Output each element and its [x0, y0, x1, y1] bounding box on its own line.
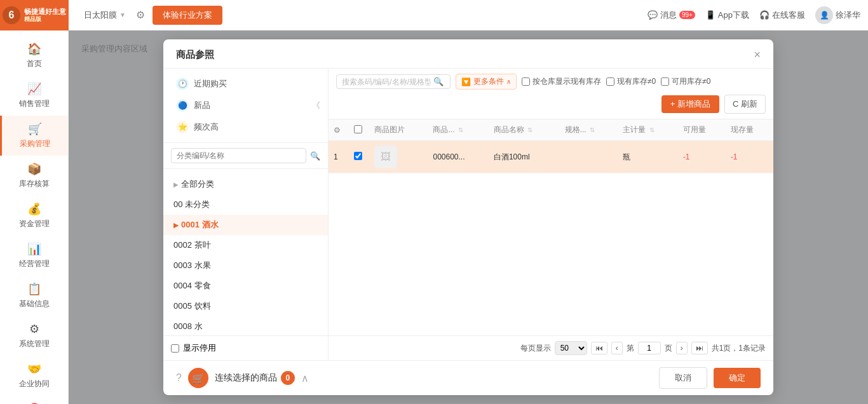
category-item-c0008[interactable]: 0008 水: [163, 316, 328, 335]
messages-btn[interactable]: 💬 消息 99+: [648, 10, 695, 21]
category-item-c0005[interactable]: 0005 饮料: [163, 296, 328, 316]
sidebar-label-basic: 基础信息: [19, 299, 50, 309]
sidebar-label-home: 首页: [27, 58, 42, 69]
product-image: 🖼: [374, 145, 397, 168]
logo[interactable]: 6 畅捷通好生意 精品版: [0, 0, 69, 30]
prev-page-button[interactable]: ‹: [611, 342, 623, 354]
sidebar-item-finance[interactable]: 💰 资金管理: [0, 196, 68, 236]
th-unit[interactable]: 主计量 ⇅: [618, 119, 677, 141]
user-menu[interactable]: 👤 徐泽华: [815, 6, 860, 24]
more-filter-button[interactable]: 🔽 更多条件 ∧: [456, 74, 517, 90]
category-label-c0004: 0004 零食: [173, 280, 211, 292]
th-available: 可用量: [678, 119, 726, 141]
td-spec: [560, 141, 618, 173]
sidebar-item-collab[interactable]: 🤝 企业协同: [0, 356, 68, 396]
th-checkbox: [349, 119, 369, 141]
refresh-button[interactable]: C 刷新: [724, 95, 766, 114]
table-header-row: ⚙ 商品图片 商品... ⇅: [329, 119, 773, 141]
main-layout: 🏠 首页 📈 销售管理 🛒 采购管理 📦 库存核算 💰 资金管理 📊 经营管理 …: [0, 30, 868, 404]
filter-label: 更多条件: [473, 76, 504, 87]
last-page-button[interactable]: ⏭: [691, 342, 708, 354]
right-panel: 🔍 🔽 更多条件 ∧ 按仓库显示现有库存: [329, 69, 773, 360]
toolbar: 🔍 🔽 更多条件 ∧ 按仓库显示现有库存: [329, 69, 773, 119]
existing-stock-option[interactable]: 现有库存≠0: [606, 76, 656, 87]
page-number-input[interactable]: [638, 342, 661, 354]
sidebar-item-business[interactable]: 📊 经营管理: [0, 236, 68, 276]
sidebar-item-basic[interactable]: 📋 基础信息: [0, 276, 68, 316]
product-search-input[interactable]: [342, 77, 431, 86]
sidebar-label-collab: 企业协同: [19, 379, 50, 389]
category-label-c00: 00 未分类: [173, 199, 210, 210]
left-collapse-btn[interactable]: 《: [312, 100, 320, 111]
logo-icon: 6: [3, 6, 20, 24]
category-item-c00[interactable]: 00 未分类: [163, 194, 328, 215]
category-item-all[interactable]: ▶ 全部分类: [163, 174, 328, 194]
category-label-c0002: 0002 茶叶: [173, 239, 211, 251]
row-checkbox[interactable]: [354, 152, 362, 160]
sidebar-item-purchase[interactable]: 🛒 采购管理: [0, 116, 68, 156]
frequent-label: 频次高: [194, 121, 219, 133]
th-name[interactable]: 商品名称 ⇅: [489, 119, 560, 141]
new-products-label: 新品: [194, 100, 210, 111]
home-icon: 🏠: [27, 42, 41, 56]
sidebar-item-guide[interactable]: 🎯 新手引导: [0, 396, 68, 404]
available-stock-checkbox[interactable]: [661, 77, 669, 86]
sort-icon-spec: ⇅: [590, 126, 595, 133]
sidebar-item-system[interactable]: ⚙ 系统管理: [0, 316, 68, 356]
trial-button[interactable]: 体验行业方案: [153, 6, 222, 25]
new-icon: 🔵: [176, 99, 189, 112]
sidebar-item-home[interactable]: 🏠 首页: [0, 36, 68, 76]
sidebar-item-stock[interactable]: 📦 库存核算: [0, 156, 68, 196]
app-download-btn[interactable]: 📱 App下载: [705, 10, 749, 21]
search-icon[interactable]: 🔍: [433, 77, 444, 86]
td-checkbox[interactable]: [349, 141, 369, 173]
nav-tenant-dropdown[interactable]: 日太阳膜 ▼: [79, 7, 131, 24]
help-icon[interactable]: ?: [176, 372, 182, 384]
recent-purchase-btn[interactable]: 🕐 近期购买: [171, 74, 232, 94]
modal-header: 商品参照 ×: [163, 39, 773, 69]
table-row[interactable]: 1 🖼 000600... 白酒100ml: [329, 141, 773, 173]
modal-title: 商品参照: [176, 49, 214, 61]
footer-collapse-icon[interactable]: ∧: [301, 372, 309, 384]
category-search-input[interactable]: [171, 148, 306, 163]
available-stock-option[interactable]: 可用库存≠0: [661, 76, 710, 87]
sidebar-label-business: 经营管理: [19, 259, 50, 269]
sidebar-item-sales[interactable]: 📈 销售管理: [0, 76, 68, 116]
new-products-btn[interactable]: 🔵 新品: [171, 95, 232, 116]
category-item-c0004[interactable]: 0004 零食: [163, 276, 328, 296]
by-warehouse-checkbox[interactable]: [522, 77, 530, 86]
frequent-btn[interactable]: ⭐ 频次高: [171, 117, 232, 137]
by-warehouse-option[interactable]: 按仓库显示现有库存: [522, 76, 601, 87]
first-page-button[interactable]: ⏮: [591, 342, 607, 354]
avatar: 👤: [815, 6, 833, 24]
th-spec[interactable]: 规格... ⇅: [560, 119, 618, 141]
confirm-button[interactable]: 确定: [714, 368, 761, 388]
category-item-c0002[interactable]: 0002 茶叶: [163, 235, 328, 255]
message-badge: 99+: [679, 11, 695, 19]
page-size-select[interactable]: 50 10 20 100: [555, 341, 587, 355]
category-search-icon[interactable]: 🔍: [310, 151, 320, 161]
th-code[interactable]: 商品... ⇅: [428, 119, 488, 141]
sort-icon-name: ⇅: [527, 126, 532, 133]
td-no: 1: [329, 141, 349, 173]
settings-icon[interactable]: ⚙: [136, 9, 145, 21]
collab-icon: 🤝: [27, 362, 41, 376]
category-item-c0001[interactable]: ▶ 0001 酒水: [163, 215, 328, 235]
content-area: 采购管理内容区域 商品参照 ×: [69, 30, 868, 404]
next-page-button[interactable]: ›: [676, 342, 688, 354]
th-settings[interactable]: ⚙: [329, 119, 349, 141]
recent-purchase-label: 近期购买: [194, 78, 227, 90]
add-product-button[interactable]: + 新增商品: [661, 95, 719, 113]
show-disabled-checkbox[interactable]: [171, 344, 179, 353]
left-panel: 🕐 近期购买 🔵 新品 ⭐ 频次高: [163, 69, 329, 360]
category-item-c0003[interactable]: 0003 水果: [163, 255, 328, 276]
selected-count-area: 连续选择的商品 0: [215, 371, 295, 385]
modal-close-button[interactable]: ×: [754, 48, 761, 62]
cancel-button[interactable]: 取消: [659, 367, 707, 389]
system-icon: ⚙: [29, 322, 39, 336]
selected-text: 连续选择的商品: [215, 372, 277, 384]
online-service-btn[interactable]: 🎧 在线客服: [759, 10, 805, 21]
existing-stock-checkbox[interactable]: [606, 77, 614, 86]
select-all-checkbox[interactable]: [354, 125, 362, 133]
sidebar-label-finance: 资金管理: [19, 219, 50, 229]
